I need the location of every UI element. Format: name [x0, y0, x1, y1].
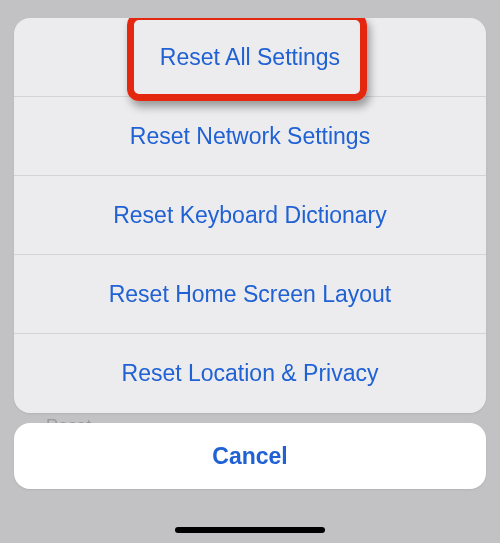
reset-keyboard-dictionary-label: Reset Keyboard Dictionary: [113, 202, 387, 229]
reset-home-screen-layout-label: Reset Home Screen Layout: [109, 281, 392, 308]
reset-all-settings-label: Reset All Settings: [160, 44, 340, 71]
cancel-button[interactable]: Cancel: [14, 423, 486, 489]
reset-location-privacy-button[interactable]: Reset Location & Privacy: [14, 334, 486, 413]
reset-home-screen-layout-button[interactable]: Reset Home Screen Layout: [14, 255, 486, 334]
reset-network-settings-label: Reset Network Settings: [130, 123, 370, 150]
reset-keyboard-dictionary-button[interactable]: Reset Keyboard Dictionary: [14, 176, 486, 255]
cancel-label: Cancel: [212, 443, 287, 470]
reset-all-settings-button[interactable]: Reset All Settings: [14, 18, 486, 97]
action-list: Reset All Settings Reset Network Setting…: [14, 18, 486, 413]
reset-network-settings-button[interactable]: Reset Network Settings: [14, 97, 486, 176]
reset-location-privacy-label: Reset Location & Privacy: [122, 360, 379, 387]
home-indicator[interactable]: [175, 527, 325, 533]
action-sheet: Reset All Settings Reset Network Setting…: [14, 18, 486, 523]
